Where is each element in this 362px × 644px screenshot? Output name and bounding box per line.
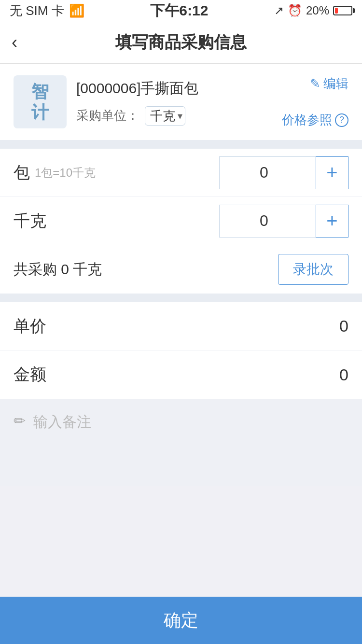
unit-select[interactable]: 千克 包 (145, 106, 185, 126)
edit-icon: ✎ (310, 76, 320, 91)
quantity-input-wrapper-bao: + (219, 156, 348, 189)
record-batch-button[interactable]: 录批次 (278, 254, 348, 285)
status-left: 无 SIM 卡 📶 (10, 2, 84, 19)
price-section: 单价 0 金额 0 (0, 302, 362, 399)
quantity-section: 包 1包=10千克 + 千克 + (0, 149, 362, 245)
location-icon: ↗ (274, 4, 284, 17)
quantity-row-bao: 包 1包=10千克 + (0, 149, 362, 197)
note-section[interactable]: ✏ 输入备注 (0, 399, 362, 486)
pencil-icon: ✏ (14, 412, 26, 429)
total-row: 共采购 0 千克 录批次 (0, 245, 362, 294)
quantity-label-bao: 包 (14, 162, 30, 184)
page-title: 填写商品采购信息 (115, 31, 247, 54)
edit-button[interactable]: ✎ 编辑 (310, 75, 348, 92)
quantity-row-kg: 千克 + (0, 197, 362, 245)
note-placeholder: 输入备注 (33, 412, 91, 432)
unit-price-row: 单价 0 (0, 302, 362, 350)
unit-prefix-label: 采购单位： (76, 107, 139, 124)
product-logo: 智 计 (31, 81, 49, 123)
amount-value: 0 (339, 365, 348, 384)
quantity-plus-kg[interactable]: + (316, 205, 348, 238)
price-ref-label: 价格参照 (282, 112, 332, 128)
divider-1 (0, 140, 362, 149)
info-icon: ? (335, 113, 348, 127)
unit-price-label: 单价 (14, 315, 46, 337)
wifi-icon: 📶 (69, 3, 84, 18)
back-button[interactable]: ‹ (12, 32, 17, 53)
quantity-label-kg: 千克 (14, 210, 46, 232)
no-sim-label: 无 SIM 卡 (10, 2, 64, 19)
quantity-input-kg[interactable] (219, 205, 316, 238)
product-image: 智 计 (14, 75, 67, 128)
quantity-input-bao[interactable] (219, 156, 316, 189)
quantity-sublabel-bao: 1包=10千克 (35, 165, 219, 181)
status-bar: 无 SIM 卡 📶 下午6:12 ↗ ⏰ 20% (0, 0, 362, 21)
amount-label: 金额 (14, 364, 46, 386)
status-right: ↗ ⏰ 20% (274, 4, 352, 17)
product-card: 智 计 [0000006]手撕面包 采购单位： 千克 包 ✎ 编辑 价格参照 ? (0, 64, 362, 140)
battery-percent: 20% (306, 4, 329, 17)
quantity-input-wrapper-kg: + (219, 205, 348, 238)
quantity-plus-bao[interactable]: + (316, 156, 348, 189)
battery-icon (333, 6, 352, 15)
status-time: 下午6:12 (150, 1, 208, 21)
divider-2 (0, 294, 362, 302)
nav-bar: ‹ 填写商品采购信息 (0, 21, 362, 64)
total-label: 共采购 0 千克 (14, 260, 102, 280)
price-ref-button[interactable]: 价格参照 ? (282, 112, 348, 128)
confirm-button-label: 确定 (164, 609, 198, 632)
amount-row: 金额 0 (0, 350, 362, 399)
confirm-button[interactable]: 确定 (0, 597, 362, 644)
product-name: [0000006]手撕面包 (76, 79, 348, 98)
alarm-icon: ⏰ (288, 4, 302, 17)
unit-price-value: 0 (339, 317, 348, 336)
unit-select-wrapper[interactable]: 千克 包 (145, 106, 185, 126)
